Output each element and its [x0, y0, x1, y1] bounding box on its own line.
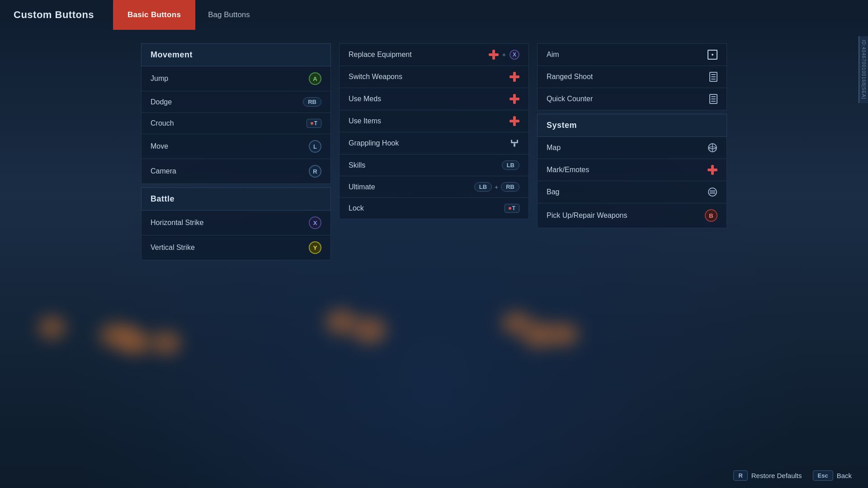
icon-skills: LB — [502, 160, 519, 170]
icon-use-meds — [509, 94, 519, 104]
scroll-icon-counter — [709, 94, 717, 104]
label-ultimate: Ultimate — [349, 183, 375, 191]
icon-mark-emotes — [708, 165, 717, 175]
badge-tr-crouch: T — [307, 119, 321, 128]
badge-rb: RB — [303, 97, 321, 107]
label-crouch: Crouch — [151, 119, 174, 127]
row-ranged-shoot[interactable]: Ranged Shoot — [537, 66, 727, 88]
restore-defaults-button[interactable]: R Restore Defaults — [733, 470, 802, 481]
row-mark-emotes[interactable]: Mark/Emotes — [537, 159, 727, 181]
icon-use-items — [509, 116, 519, 126]
icon-vertical-strike: Y — [309, 241, 321, 254]
row-map[interactable]: Map — [537, 137, 727, 159]
top-bar: Custom Buttons Basic Buttons Bag Buttons — [0, 0, 868, 30]
badge-a: A — [309, 72, 321, 85]
panel-combat-system: Aim Ranged Shoot Quick Counter — [537, 43, 727, 228]
icon-bag — [708, 187, 717, 197]
icon-ultimate: LB + RB — [474, 182, 519, 192]
badge-x: X — [309, 216, 321, 229]
row-dodge[interactable]: Dodge RB — [141, 91, 331, 113]
decoration-orb — [549, 323, 579, 346]
icon-quick-counter — [709, 94, 717, 104]
row-use-items[interactable]: Use Items — [339, 110, 529, 132]
section-system: System — [537, 114, 727, 137]
icon-lock: T — [505, 204, 519, 213]
icon-switch-weapons — [509, 72, 519, 82]
bag-icon-svg — [708, 187, 717, 197]
row-move[interactable]: Move L — [141, 134, 331, 159]
section-battle: Battle — [141, 188, 331, 211]
badge-x-replace: X — [509, 50, 519, 60]
label-horizontal-strike: Horizontal Strike — [151, 219, 203, 227]
row-bag[interactable]: Bag — [537, 181, 727, 203]
label-dodge: Dodge — [151, 98, 172, 106]
badge-rb-ultimate: RB — [501, 182, 519, 192]
icon-grappling-hook — [509, 138, 519, 148]
cross-icon-replace — [489, 50, 499, 60]
label-use-items: Use Items — [349, 117, 381, 125]
decoration-orb — [353, 317, 387, 343]
label-grappling-hook: Grappling Hook — [349, 139, 399, 147]
badge-b: B — [705, 209, 717, 222]
row-crouch[interactable]: Crouch T — [141, 113, 331, 134]
icon-pickup-repair: B — [705, 209, 717, 222]
row-switch-weapons[interactable]: Switch Weapons — [339, 66, 529, 88]
icon-camera: R — [309, 165, 321, 178]
icon-move: L — [309, 140, 321, 153]
label-quick-counter: Quick Counter — [547, 95, 593, 103]
icon-map — [708, 143, 717, 153]
map-icon-svg — [708, 143, 717, 153]
row-replace-equipment[interactable]: Replace Equipment + X — [339, 43, 529, 66]
svg-rect-2 — [517, 140, 518, 143]
back-key: Esc — [813, 470, 833, 481]
label-skills: Skills — [349, 161, 365, 169]
row-jump[interactable]: Jump A — [141, 66, 331, 91]
row-horizontal-strike[interactable]: Horizontal Strike X — [141, 211, 331, 235]
row-grappling-hook[interactable]: Grappling Hook — [339, 132, 529, 155]
tab-bag-buttons[interactable]: Bag Buttons — [195, 0, 263, 30]
row-camera[interactable]: Camera R — [141, 159, 331, 184]
label-vertical-strike: Vertical Strike — [151, 244, 195, 252]
restore-key: R — [733, 470, 747, 481]
icon-ranged-shoot — [709, 72, 717, 82]
hook-icon — [509, 138, 519, 148]
badge-y: Y — [309, 241, 321, 254]
label-use-meds: Use Meds — [349, 95, 381, 103]
decoration-orb — [120, 330, 151, 355]
section-movement: Movement — [141, 43, 331, 66]
cross-icon-meds — [509, 94, 519, 104]
icon-crouch: T — [307, 119, 321, 128]
label-replace-equipment: Replace Equipment — [349, 51, 412, 59]
tab-basic-buttons[interactable]: Basic Buttons — [113, 0, 195, 30]
svg-rect-1 — [511, 140, 512, 143]
icon-jump: A — [309, 72, 321, 85]
row-pickup-repair[interactable]: Pick Up/Repair Weapons B — [537, 203, 727, 228]
decoration-orb — [38, 316, 66, 339]
row-quick-counter[interactable]: Quick Counter — [537, 88, 727, 110]
cross-icon-items — [509, 116, 519, 126]
label-map: Map — [547, 144, 561, 152]
icon-horizontal-strike: X — [309, 216, 321, 229]
bottom-bar: R Restore Defaults Esc Back — [717, 463, 868, 488]
back-button[interactable]: Esc Back — [813, 470, 852, 481]
label-switch-weapons: Switch Weapons — [349, 73, 402, 81]
icon-aim — [708, 50, 717, 60]
row-aim[interactable]: Aim — [537, 43, 727, 66]
app-title: Custom Buttons — [0, 9, 113, 21]
restore-label: Restore Defaults — [751, 472, 802, 479]
label-move: Move — [151, 142, 168, 150]
label-camera: Camera — [151, 167, 176, 175]
row-ultimate[interactable]: Ultimate LB + RB — [339, 176, 529, 198]
row-lock[interactable]: Lock T — [339, 198, 529, 219]
icon-replace-equipment: + X — [489, 50, 519, 60]
badge-tr-lock: T — [505, 204, 519, 213]
row-skills[interactable]: Skills LB — [339, 155, 529, 176]
label-lock: Lock — [349, 204, 364, 212]
main-content: Movement Jump A Dodge RB Crouch T Move — [0, 30, 868, 274]
scroll-icon-ranged — [709, 72, 717, 82]
row-use-meds[interactable]: Use Meds — [339, 88, 529, 110]
panel-movement-battle: Movement Jump A Dodge RB Crouch T Move — [141, 43, 331, 260]
badge-r-stick: R — [309, 165, 321, 178]
label-mark-emotes: Mark/Emotes — [547, 166, 589, 174]
row-vertical-strike[interactable]: Vertical Strike Y — [141, 235, 331, 260]
